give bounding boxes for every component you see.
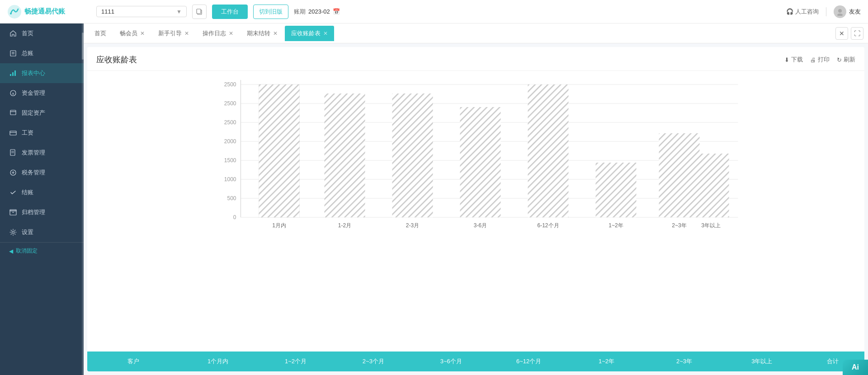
- sidebar-collapse-button[interactable]: ◀ 取消固定: [0, 242, 84, 259]
- calendar-icon[interactable]: 📅: [333, 8, 340, 15]
- svg-rect-48: [460, 107, 501, 217]
- aging-chart: 2500 2500 2500 2000 1500 1000 500 0: [96, 75, 855, 243]
- tab-guide[interactable]: 新手引导✕: [152, 26, 195, 41]
- sidebar-item-ledger[interactable]: 总账: [0, 43, 84, 63]
- switch-old-button[interactable]: 切到旧版: [253, 5, 288, 19]
- sidebar-label-home: 首页: [22, 29, 33, 38]
- col-month6-12: 6~12个月: [490, 357, 568, 366]
- sidebar-label-settle: 结账: [22, 188, 33, 197]
- sidebar-item-fund[interactable]: ¥ 资金管理: [0, 83, 84, 103]
- sidebar-label-report: 报表中心: [22, 69, 45, 77]
- sidebar-item-settle[interactable]: 结账: [0, 183, 84, 202]
- ledger-icon: [9, 49, 17, 57]
- svg-text:2-3月: 2-3月: [406, 222, 419, 229]
- refresh-label: 刷新: [844, 56, 855, 64]
- svg-text:2500: 2500: [224, 119, 236, 126]
- tab-actions: ✕ ⛶: [835, 27, 863, 40]
- archive-icon: [9, 208, 17, 216]
- print-button[interactable]: 🖨 打印: [810, 56, 830, 64]
- sidebar-item-salary[interactable]: 工资: [0, 123, 84, 143]
- svg-rect-49: [528, 84, 569, 217]
- tab-oplog[interactable]: 操作日志✕: [196, 26, 240, 41]
- tab-label-yearend: 期末结转: [247, 29, 270, 38]
- copy-button[interactable]: [192, 5, 207, 19]
- sidebar-item-settings[interactable]: 设置: [0, 222, 84, 242]
- svg-text:1500: 1500: [224, 157, 236, 164]
- sidebar: 首页 总账 报表中心 ¥ 资金管理 固定资产 工资 发票管理 税务管理 结账: [0, 23, 84, 375]
- refresh-button[interactable]: ↻ 刷新: [837, 56, 855, 64]
- period-value: 2023-02: [308, 8, 330, 15]
- svg-rect-6: [10, 51, 16, 56]
- svg-text:3年以上: 3年以上: [701, 222, 721, 229]
- company-name: 1111: [101, 8, 173, 15]
- svg-text:2~3年: 2~3年: [672, 222, 686, 229]
- svg-rect-45: [259, 84, 300, 217]
- svg-text:2500: 2500: [224, 81, 236, 88]
- content-area: 首页畅会员✕新手引导✕操作日志✕期末结转✕应收账龄表✕ ✕ ⛶ 应收账龄表 ⬇ …: [84, 23, 868, 375]
- svg-text:1000: 1000: [224, 176, 236, 183]
- svg-rect-9: [10, 74, 11, 76]
- sidebar-label-settings: 设置: [22, 228, 33, 236]
- sidebar-item-report[interactable]: 报表中心: [0, 63, 84, 83]
- top-header: 畅捷通易代账 1111 ▼ 工作台 切到旧版 账期 2023-02 📅 🎧 人工…: [0, 0, 868, 23]
- sidebar-label-invoice: 发票管理: [22, 149, 45, 157]
- tab-close-oplog[interactable]: ✕: [229, 30, 233, 37]
- close-tab-button[interactable]: ✕: [835, 27, 848, 40]
- workbench-button[interactable]: 工作台: [212, 5, 248, 19]
- print-label: 打印: [818, 56, 830, 64]
- tab-close-aging[interactable]: ✕: [323, 30, 328, 37]
- chart-area: 2500 2500 2500 2000 1500 1000 500 0: [87, 71, 864, 352]
- collapse-icon: ◀: [9, 248, 13, 254]
- sidebar-scrollbar: [82, 23, 84, 375]
- svg-text:¥: ¥: [12, 92, 14, 96]
- expand-tab-button[interactable]: ⛶: [851, 27, 863, 40]
- download-button[interactable]: ⬇ 下载: [784, 56, 803, 64]
- header-right: 🎧 人工咨询 友友: [786, 5, 861, 18]
- svg-text:0: 0: [233, 214, 236, 220]
- company-selector[interactable]: 1111 ▼: [96, 6, 187, 17]
- tab-close-guide[interactable]: ✕: [184, 30, 189, 37]
- logo-area: 畅捷通易代账: [7, 5, 91, 19]
- ai-badge[interactable]: Ai: [843, 360, 868, 375]
- svg-text:3-6月: 3-6月: [474, 222, 487, 229]
- col-month1-2: 1~2个月: [257, 357, 335, 366]
- download-icon: ⬇: [784, 56, 789, 63]
- asset-icon: [9, 109, 17, 117]
- sidebar-item-tax[interactable]: 税务管理: [0, 163, 84, 183]
- period-label: 账期: [294, 8, 306, 16]
- page-header: 应收账龄表 ⬇ 下载 🖨 打印 ↻ 刷新: [87, 47, 864, 71]
- sidebar-item-archive[interactable]: 归档管理: [0, 202, 84, 222]
- consult-label: 人工咨询: [795, 8, 819, 16]
- col-month1: 1个月内: [179, 357, 257, 366]
- fund-icon: ¥: [9, 89, 17, 97]
- sidebar-item-home[interactable]: 首页: [0, 23, 84, 43]
- page-content: 应收账龄表 ⬇ 下载 🖨 打印 ↻ 刷新: [87, 47, 864, 371]
- sidebar-item-invoice[interactable]: 发票管理: [0, 143, 84, 163]
- tab-label-home: 首页: [94, 29, 106, 38]
- avatar: [834, 5, 846, 18]
- svg-text:2500: 2500: [224, 100, 236, 107]
- tab-member[interactable]: 畅会员✕: [113, 26, 151, 41]
- home-icon: [9, 29, 17, 38]
- tab-close-yearend[interactable]: ✕: [273, 30, 278, 37]
- svg-point-1: [10, 13, 12, 14]
- svg-rect-14: [10, 110, 16, 115]
- svg-point-4: [838, 9, 842, 13]
- sidebar-label-ledger: 总账: [22, 49, 33, 57]
- main-layout: 首页 总账 报表中心 ¥ 资金管理 固定资产 工资 发票管理 税务管理 结账: [0, 23, 868, 375]
- divider: [826, 7, 826, 16]
- tab-bar: 首页畅会员✕新手引导✕操作日志✕期末结转✕应收账龄表✕ ✕ ⛶: [84, 23, 868, 43]
- svg-text:500: 500: [227, 195, 236, 202]
- consult-button[interactable]: 🎧 人工咨询: [786, 8, 819, 16]
- tab-close-member[interactable]: ✕: [140, 30, 145, 37]
- svg-rect-11: [14, 70, 16, 76]
- download-label: 下载: [791, 56, 803, 64]
- sidebar-label-asset: 固定资产: [22, 109, 45, 117]
- sidebar-item-asset[interactable]: 固定资产: [0, 103, 84, 123]
- col-customer: 客户: [87, 357, 179, 366]
- col-year1-2: 1~2年: [568, 357, 646, 366]
- user-area[interactable]: 友友: [834, 5, 861, 18]
- tab-home[interactable]: 首页: [88, 26, 113, 41]
- tab-yearend[interactable]: 期末结转✕: [241, 26, 284, 41]
- tab-aging[interactable]: 应收账龄表✕: [285, 26, 334, 41]
